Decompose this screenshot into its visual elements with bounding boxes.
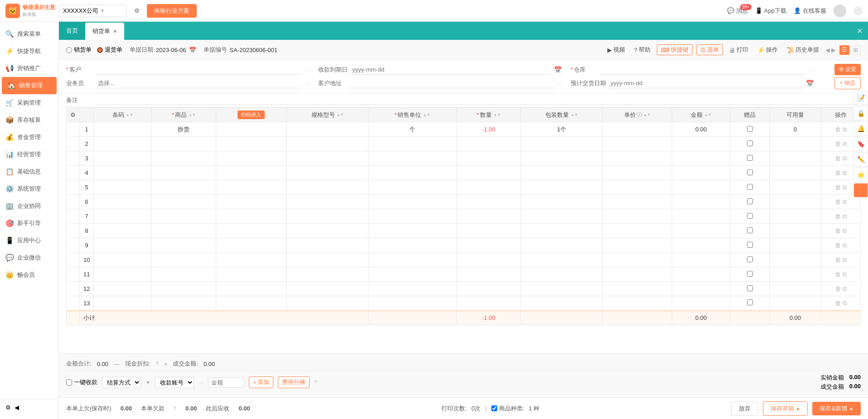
date-picker-icon[interactable]: 📅	[554, 66, 562, 73]
copy-icon[interactable]: ⧉	[843, 256, 847, 264]
copy-icon[interactable]: ⧉	[843, 126, 847, 133]
sidebar-item-system[interactable]: ⚙️ 系统管理	[0, 180, 58, 197]
sidebar-item-inventory[interactable]: 📦 库存核算	[0, 111, 58, 129]
copy-icon[interactable]: ⧉	[843, 140, 847, 148]
delete-icon[interactable]: 🗑	[835, 271, 841, 278]
sidebar-item-guide[interactable]: 🎯 新手引导	[0, 215, 58, 232]
sidebar-item-search[interactable]: 🔍 搜索菜单	[0, 25, 58, 43]
fenpei-help-icon[interactable]: ?	[314, 380, 317, 385]
warehouse-input[interactable]: 建材仓	[601, 65, 806, 75]
logistics-button[interactable]: + 物流	[834, 77, 861, 89]
settings-icon-bottom[interactable]: ⚙	[5, 404, 11, 411]
list-view-icon[interactable]: ☰	[839, 45, 849, 55]
gift-checkbox[interactable]	[747, 126, 753, 132]
copy-icon[interactable]: ⧉	[843, 271, 847, 278]
gift-checkbox[interactable]	[747, 285, 753, 291]
copy-icon[interactable]: ⧉	[843, 242, 847, 249]
gift-checkbox[interactable]	[747, 213, 753, 219]
avatar[interactable]	[834, 5, 846, 17]
gift-checkbox[interactable]	[747, 299, 753, 305]
operations-button[interactable]: ⚡ 操作	[755, 45, 781, 55]
app-download-button[interactable]: 📱 App下载	[755, 7, 786, 15]
tab-sales-order[interactable]: 销货单 ✕	[85, 23, 124, 40]
copy-icon[interactable]: ⧉	[843, 155, 847, 162]
product-category-checkbox[interactable]: 商品种类:	[491, 405, 524, 413]
delete-icon[interactable]: 🗑	[835, 213, 841, 220]
customer-address-input[interactable]	[348, 78, 553, 88]
sidebar-item-marketing[interactable]: 📢 营销推广	[0, 60, 58, 77]
settings-button[interactable]: ⚙ 设置	[834, 64, 861, 75]
history-button[interactable]: 📜 历史单据	[784, 45, 822, 55]
copy-icon[interactable]: ⧉	[843, 184, 847, 191]
col-scan-header[interactable]: 扫码录入	[216, 108, 286, 122]
message-button[interactable]: 💬 消息 99+	[727, 7, 748, 15]
collapse-icon[interactable]: ◀	[15, 404, 19, 411]
due-date-input[interactable]	[350, 65, 551, 75]
owe-info-icon[interactable]: ?	[174, 406, 176, 411]
online-service-button[interactable]: 👤 在线客服	[794, 7, 826, 15]
notes-input[interactable]	[96, 95, 861, 105]
add-payment-button[interactable]: + 添加	[249, 376, 274, 388]
delete-icon[interactable]: 🗑	[835, 256, 841, 263]
grid-view-icon[interactable]: ⊞	[850, 45, 861, 55]
sidebar-item-wechat[interactable]: 💬 企业微信	[0, 249, 58, 266]
save-new-button[interactable]: 保存&新增 ▲	[812, 402, 861, 415]
gift-checkbox[interactable]	[747, 198, 753, 204]
tab-home[interactable]: 首页	[59, 22, 85, 40]
copy-icon[interactable]: ⧉	[843, 227, 847, 235]
calendar-icon[interactable]: 📅	[189, 47, 196, 53]
sidebar-item-base[interactable]: 📋 基础信息	[0, 163, 58, 180]
sidebar-item-apps[interactable]: 📱 应用中心	[0, 232, 58, 249]
save-draft-button[interactable]: 保存草稿 ▲	[763, 401, 808, 416]
right-panel-btn-edit[interactable]: ✏️	[853, 152, 868, 167]
delete-icon[interactable]: 🗑	[835, 227, 841, 234]
next-icon[interactable]: ▶	[831, 47, 836, 53]
gift-checkbox[interactable]	[747, 256, 753, 262]
sidebar-item-enterprise[interactable]: 🏢 企业协同	[0, 197, 58, 215]
cash-discount-info-icon[interactable]: ?	[156, 361, 159, 366]
right-panel-btn-notes[interactable]: 📝	[853, 91, 868, 105]
close-main-icon[interactable]: ✕	[851, 27, 868, 35]
abandon-button[interactable]: 放弃	[731, 401, 758, 416]
tab-close-icon[interactable]: ✕	[113, 29, 117, 34]
select-order-button[interactable]: ☰ 选单	[696, 44, 723, 55]
right-panel-btn-orange[interactable]	[853, 183, 868, 197]
delete-icon[interactable]: 🗑	[835, 300, 841, 307]
account-picker-icon[interactable]: ···	[199, 379, 204, 386]
col-settings-header[interactable]: ⚙	[67, 108, 80, 122]
sidebar-item-members[interactable]: 👑 畅会员	[0, 266, 58, 284]
sidebar-item-purchase[interactable]: 🛒 采购管理	[0, 94, 58, 111]
video-button[interactable]: ▶ 视频	[605, 45, 628, 55]
copy-icon[interactable]: ⧉	[843, 213, 847, 220]
gift-checkbox[interactable]	[747, 271, 753, 277]
info-icon[interactable]: ⓘ	[637, 111, 642, 118]
radio-return[interactable]: 退货单	[97, 46, 122, 54]
customer-input[interactable]	[96, 65, 301, 75]
gift-checkbox[interactable]	[747, 155, 753, 161]
expected-date-input[interactable]	[609, 78, 803, 88]
gift-checkbox[interactable]	[747, 184, 753, 190]
company-selector[interactable]: XXXXXX公司 ▼	[59, 5, 127, 17]
scan-button[interactable]: 扫码录入	[238, 111, 265, 119]
copy-icon[interactable]: ⧉	[843, 285, 847, 293]
radio-sales[interactable]: 销货单	[66, 46, 92, 54]
help-button[interactable]: ? 帮助	[631, 45, 653, 55]
right-panel-btn-lock[interactable]: 🔒	[853, 106, 868, 120]
copy-icon[interactable]: ⧉	[843, 299, 847, 307]
sidebar-item-finance[interactable]: 💰 资金管理	[0, 129, 58, 146]
gift-checkbox[interactable]	[747, 169, 753, 175]
prev-icon[interactable]: ◀	[825, 47, 830, 53]
settings-gear-icon[interactable]: ⚙	[131, 5, 143, 17]
cost-allocation-button[interactable]: 费用分摊	[278, 376, 310, 388]
trial-button[interactable]: 体验行业方案	[147, 4, 197, 18]
delete-icon[interactable]: 🗑	[835, 140, 841, 147]
gift-checkbox[interactable]	[747, 227, 753, 233]
sidebar-item-quick-nav[interactable]: ⚡ 快捷导航	[0, 43, 58, 60]
delete-icon[interactable]: 🗑	[835, 169, 841, 176]
copy-icon[interactable]: ⧉	[843, 169, 847, 177]
salesperson-picker-icon[interactable]: ···	[304, 80, 309, 87]
copy-icon[interactable]: ⧉	[843, 198, 847, 206]
right-panel-btn-star[interactable]: ⭐	[853, 168, 868, 182]
shortcut-button[interactable]: ⌨ 快捷键	[657, 44, 693, 55]
one-click-payment-checkbox[interactable]: 一键收款	[66, 378, 97, 386]
